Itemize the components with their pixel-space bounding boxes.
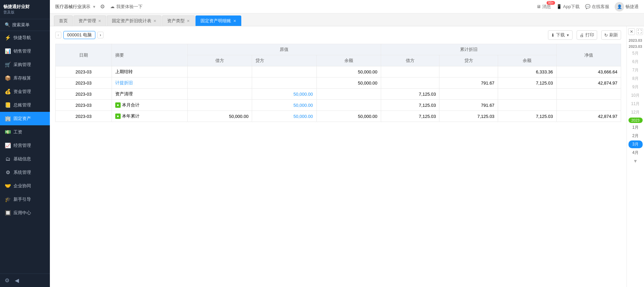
salary-icon: 💵 [5, 129, 11, 135]
sidebar-search-label: 搜索菜单 [12, 22, 30, 28]
sidebar-item-label: 基础信息 [13, 156, 31, 162]
row-accum-debit: 7,125.03 [381, 100, 439, 111]
print-btn[interactable]: 🖨 打印 [577, 30, 597, 40]
sidebar-item-label: 固定资产 [13, 116, 31, 122]
sidebar-item-fixed-assets[interactable]: 🏢 固定资产 [0, 112, 50, 125]
sidebar-item-label: 应用中心 [13, 210, 31, 216]
tab-depreciation-stat[interactable]: 固定资产折旧统计表 ✕ [107, 15, 161, 26]
experience-btn[interactable]: ☁ 我要体验一下 [110, 4, 143, 10]
message-btn[interactable]: 🖥 消息 99+ [536, 4, 551, 10]
sidebar-item-purchase[interactable]: 🛒 采购管理 [0, 58, 50, 71]
tab-home[interactable]: 首页 [54, 15, 73, 26]
user-area[interactable]: 👤 畅捷通 [615, 2, 639, 11]
asset-nav: ‹ 000001 电脑 › [55, 31, 103, 39]
tab-asset-mgmt[interactable]: 资产管理 ✕ [73, 15, 106, 26]
row-accum-credit: 791.67 [439, 100, 498, 111]
company-selector[interactable]: 医疗器械行业演示 ▼ [55, 4, 96, 10]
row-orig-balance: 50,000.00 [316, 77, 381, 89]
sidebar-item-sales[interactable]: 📊 销售管理 [0, 44, 50, 58]
main-area: 医疗器械行业演示 ▼ ⚙ ☁ 我要体验一下 🖥 消息 99+ 📱 App下载 💬… [50, 0, 644, 287]
th-accum-debit: 借方 [381, 55, 439, 66]
th-orig-credit: 贷方 [252, 55, 316, 66]
toolbar-right: ⬇ 下载 ▼ 🖨 打印 ↻ 刷新 [548, 30, 621, 40]
operations-icon: 📈 [5, 142, 11, 149]
timeline-month-2[interactable]: 2月 [628, 132, 643, 140]
refresh-icon: ↻ [604, 33, 608, 38]
print-icon: 🖨 [580, 33, 584, 38]
row-date: 2023-03 [56, 111, 112, 122]
timeline-year-marker[interactable]: 2023 [628, 118, 643, 123]
topbar-settings-icon[interactable]: ⚙ [100, 3, 105, 10]
sidebar-search-btn[interactable]: 🔍 搜索菜单 [0, 19, 50, 31]
timeline-month-3[interactable]: 3月 [628, 140, 643, 148]
app-download-btn[interactable]: 📱 App下载 [556, 4, 580, 10]
inventory-icon: 📦 [5, 75, 11, 81]
row-accum-balance: 7,125.03 [498, 77, 557, 89]
row-summary: ■ 本月合计 [112, 100, 188, 111]
summary-link[interactable]: 计提折旧 [115, 80, 133, 85]
sidebar-item-enterprise[interactable]: 🤝 企业协同 [0, 179, 50, 193]
content-area: ‹ 000001 电脑 › ⬇ 下载 ▼ 🖨 打印 ↻ [50, 26, 644, 287]
download-arrow-icon: ▼ [566, 33, 570, 37]
sidebar-item-system[interactable]: ⚙ 系统管理 [0, 166, 50, 179]
row-accum-credit [439, 66, 498, 77]
th-accumulated-depreciation: 累计折旧 [381, 44, 556, 55]
sidebar-item-funds[interactable]: 💰 资金管理 [0, 85, 50, 98]
tab-depreciation-stat-close[interactable]: ✕ [153, 19, 156, 23]
sidebar-item-operations[interactable]: 📈 经营管理 [0, 139, 50, 152]
tab-asset-type[interactable]: 资产类型 ✕ [162, 15, 195, 26]
tab-asset-mgmt-label: 资产管理 [79, 18, 96, 24]
sidebar-item-guide[interactable]: 🎓 新手引导 [0, 193, 50, 206]
sidebar-item-ledger[interactable]: 📒 总账管理 [0, 98, 50, 112]
refresh-label: 刷新 [609, 32, 618, 38]
tab-asset-detail[interactable]: 固定资产明细账 ✕ [195, 15, 241, 26]
online-service-btn[interactable]: 💬 在线客服 [585, 4, 609, 10]
refresh-btn[interactable]: ↻ 刷新 [601, 30, 621, 40]
quick-nav-icon: ⚡ [5, 35, 11, 41]
year-tag: ■ 本年累计 [115, 113, 140, 119]
tab-asset-type-close[interactable]: ✕ [187, 19, 190, 23]
dropdown-icon: ▼ [92, 5, 96, 9]
sidebar-item-quick-nav[interactable]: ⚡ 快捷导航 [0, 31, 50, 44]
settings-bottom-icon[interactable]: ⚙ [5, 277, 9, 284]
sidebar-item-salary[interactable]: 💵 工资 [0, 125, 50, 139]
sidebar-logo: 畅捷通好业财 普及版 [0, 0, 50, 19]
download-btn[interactable]: ⬇ 下载 ▼ [548, 30, 573, 40]
row-net-value: 42,874.97 [556, 111, 621, 122]
row-orig-debit [188, 66, 252, 77]
timeline-nav-down[interactable]: ▼ [633, 158, 638, 164]
sidebar-item-label: 资金管理 [13, 89, 31, 95]
tab-asset-detail-close[interactable]: ✕ [233, 19, 236, 23]
th-accum-credit: 贷方 [439, 55, 498, 66]
year-tag-icon: ■ [115, 114, 121, 119]
row-summary: 资产清理 [112, 89, 188, 100]
tab-asset-mgmt-close[interactable]: ✕ [98, 19, 101, 23]
tab-asset-detail-label: 固定资产明细账 [201, 18, 231, 24]
asset-next-btn[interactable]: › [97, 32, 103, 38]
sidebar-item-apps[interactable]: 🔲 应用中心 [0, 206, 50, 220]
timeline-expand-btn[interactable]: ⛶ [636, 28, 643, 35]
guide-icon: 🎓 [5, 196, 11, 202]
collapse-sidebar-icon[interactable]: ◀ [15, 277, 19, 284]
timeline-spacer-5: 5月 [632, 51, 639, 56]
asset-prev-btn[interactable]: ‹ [55, 32, 61, 38]
row-orig-credit: 50,000.00 [252, 111, 316, 122]
tab-depreciation-stat-label: 固定资产折旧统计表 [112, 18, 151, 24]
download-label: 下载 [556, 32, 565, 38]
sidebar-item-label: 新手引导 [13, 196, 31, 202]
content-header: ‹ 000001 电脑 › ⬇ 下载 ▼ 🖨 打印 ↻ [55, 30, 621, 40]
timeline-month-4[interactable]: 4月 [628, 149, 643, 157]
timeline-close-btn[interactable]: ✕ [628, 28, 635, 35]
row-summary: 计提折旧 [112, 77, 188, 89]
row-orig-credit [252, 77, 316, 89]
sidebar-item-label: 快捷导航 [13, 35, 31, 41]
username: 畅捷通 [625, 4, 639, 10]
timeline-month-1[interactable]: 1月 [628, 124, 643, 131]
month-tag-icon: ■ [115, 102, 121, 108]
sidebar-item-inventory[interactable]: 📦 库存核算 [0, 71, 50, 85]
row-accum-debit [381, 77, 439, 89]
download-icon: 📱 [556, 4, 562, 9]
service-icon: 💬 [585, 4, 590, 9]
timeline-year-top1: 2023.03 [629, 38, 642, 42]
sidebar-item-basics[interactable]: 🗂 基础信息 [0, 152, 50, 166]
